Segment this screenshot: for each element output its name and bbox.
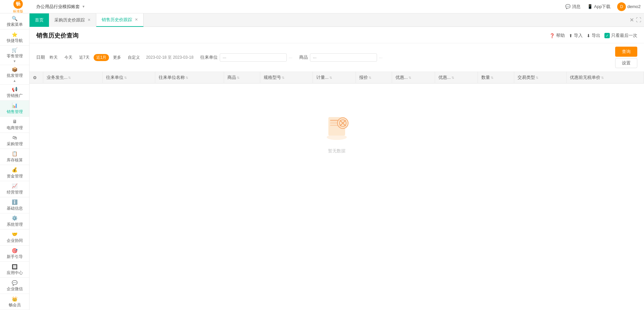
column-partner-name[interactable]: 往来单位名称⇅ [155, 72, 224, 84]
tab-home[interactable]: 首页 [30, 13, 49, 27]
close-sales-tab-icon[interactable]: ✕ [135, 17, 138, 22]
maximize-button[interactable]: ⛶ [636, 17, 641, 23]
column-unit[interactable]: 计量...⇅ [313, 72, 356, 84]
empty-state: 暂无数据 [30, 84, 644, 181]
date-option-custom[interactable]: 自定义 [125, 54, 143, 61]
date-option-today[interactable]: 今天 [62, 54, 75, 61]
column-gear[interactable]: ⚙ [30, 72, 43, 84]
date-option-yesterday[interactable]: 昨天 [47, 54, 60, 61]
import-icon: ⬆ [569, 33, 573, 38]
sidebar-item-finance[interactable]: 💰 资金管理 [0, 165, 29, 181]
avatar: D [617, 2, 626, 11]
sidebar-item-label: 企业微信 [7, 287, 23, 292]
sort-icon: ⇅ [451, 76, 454, 80]
close-tab-button[interactable]: ✕ [630, 17, 634, 23]
column-discount1[interactable]: 优惠...⇅ [392, 72, 435, 84]
goods-filter-group: 商品 ··· [299, 53, 383, 62]
sidebar-item-inventory[interactable]: 📋 库存核算 [0, 149, 29, 165]
date-option-more[interactable]: 更多 [110, 54, 124, 61]
message-button[interactable]: 💬 消息 [565, 4, 581, 10]
column-discount2[interactable]: 优惠...⇅ [435, 72, 478, 84]
sidebar-item-label: 电商管理 [7, 125, 23, 131]
sales-icon: 📊 [12, 102, 17, 108]
goods-input[interactable] [310, 53, 377, 62]
filter-bar: 日期 昨天 今天 近7天 近1月 更多 自定义 2023-02-18 至 202… [30, 43, 644, 72]
tab-purchase-history[interactable]: 采购历史价跟踪 ✕ [49, 13, 96, 27]
search-icon: 🔍 [12, 15, 17, 21]
partner-picker-icon[interactable]: ··· [289, 55, 292, 60]
only-last-checkbox[interactable]: ✓ 只看最后一次 [604, 33, 637, 39]
system-icon: ⚙️ [12, 215, 17, 221]
export-button[interactable]: ⬇ 导出 [587, 33, 600, 39]
column-trade-type[interactable]: 交易类型⇅ [514, 72, 567, 84]
app-name: 办公用品行业模拟账套 [36, 4, 80, 10]
goods-picker-icon[interactable]: ··· [379, 55, 383, 60]
operations-icon: 📈 [12, 183, 17, 189]
purchase-icon: 🛍 [12, 135, 17, 141]
sidebar-item-search[interactable]: 🔍 搜索菜单 [0, 13, 29, 30]
sidebar-item-operations[interactable]: 📈 经营管理 [0, 181, 29, 197]
sidebar-item-shortcuts[interactable]: ⭐ 快捷导航 [0, 30, 29, 46]
inventory-icon: 📋 [12, 151, 17, 157]
date-filter-group: 日期 昨天 今天 近7天 近1月 更多 自定义 2023-02-18 至 202… [36, 54, 194, 61]
import-button[interactable]: ⬆ 导入 [569, 33, 583, 39]
user-menu[interactable]: D demo2 [617, 2, 641, 11]
sidebar-item-ecommerce[interactable]: 🖥 电商管理 [0, 117, 29, 133]
sidebar-item-retail[interactable]: 🛒 零售管理 ▼ [0, 46, 29, 65]
sort-icon: ⇅ [185, 76, 188, 80]
chevron-down-icon: ▼ [13, 59, 16, 63]
download-icon: 📱 [587, 4, 593, 9]
sidebar-item-purchase[interactable]: 🛍 采购管理 [0, 133, 29, 149]
date-option-7days[interactable]: 近7天 [76, 54, 92, 61]
logo-icon: 畅 [13, 0, 23, 9]
retail-icon: 🛒 [12, 47, 17, 53]
search-button[interactable]: 查询 [615, 47, 637, 57]
content-area: 首页 采购历史价跟踪 ✕ 销售历史价跟踪 ✕ ✕ ⛶ 销售历史价查询 [30, 13, 644, 310]
column-price-notax[interactable]: 优惠前无税单价⇅ [567, 72, 644, 84]
tab-controls: ✕ ⛶ [627, 17, 644, 23]
tab-sales-history[interactable]: 销售历史价跟踪 ✕ [96, 13, 144, 27]
sidebar-item-system[interactable]: ⚙️ 系统管理 [0, 213, 29, 229]
sort-icon: ⇅ [409, 76, 411, 80]
column-quantity[interactable]: 数量⇅ [478, 72, 514, 84]
purchase-history-label: 采购历史价跟踪 [54, 17, 85, 23]
sidebar-item-member[interactable]: 👑 畅会员 [0, 294, 29, 310]
page-header: 销售历史价查询 ❓ 帮助 ⬆ 导入 ⬇ 导出 ✓ [30, 27, 644, 43]
sort-icon: ⇅ [329, 76, 332, 80]
sidebar-item-guide[interactable]: 🎯 新手引导 [0, 246, 29, 262]
export-icon: ⬇ [587, 33, 590, 38]
sidebar-item-marketing[interactable]: 📢 营销推广 [0, 85, 29, 101]
sidebar-item-label: 资金管理 [7, 174, 23, 179]
column-partner-code[interactable]: 往来单位⇅ [102, 72, 155, 84]
column-goods[interactable]: 商品⇅ [224, 72, 260, 84]
column-spec[interactable]: 规格型号⇅ [260, 72, 313, 84]
sidebar-item-wholesale[interactable]: 📦 批发管理 ▲ [0, 65, 29, 85]
column-business-date[interactable]: 业务发生...⇅ [43, 72, 102, 84]
sidebar-item-sales[interactable]: 📊 销售管理 [0, 101, 29, 117]
enterprise-icon: 🤝 [12, 231, 17, 237]
settings-button[interactable]: 设置 [615, 58, 637, 68]
sidebar-item-label: 系统管理 [7, 222, 23, 227]
sidebar-item-apps[interactable]: 🔲 应用中心 [0, 262, 29, 278]
sidebar-item-label: 采购管理 [7, 142, 23, 147]
close-purchase-tab-icon[interactable]: ✕ [88, 18, 91, 22]
sidebar-item-label: 搜索菜单 [7, 22, 23, 28]
sort-icon: ⇅ [68, 76, 71, 80]
column-quote-price[interactable]: 报价⇅ [356, 72, 392, 84]
date-range-text: 2023-02-18 至 2023-03-18 [146, 55, 193, 60]
sidebar-item-wechat[interactable]: 💬 企业微信 [0, 278, 29, 294]
app-selector[interactable]: 办公用品行业模拟账套 ▼ [36, 4, 565, 10]
sort-icon: ⇅ [282, 76, 284, 80]
help-button[interactable]: ❓ 帮助 [549, 33, 565, 39]
sidebar-item-enterprise[interactable]: 🤝 企业协同 [0, 229, 29, 246]
empty-text: 暂无数据 [328, 148, 345, 154]
basics-icon: ℹ️ [12, 199, 17, 205]
main-layout: 🔍 搜索菜单 ⭐ 快捷导航 🛒 零售管理 ▼ 📦 批发管理 ▲ 📢 营销推广 📊… [0, 13, 644, 310]
checkbox-checked-icon: ✓ [604, 33, 610, 38]
app-download-button[interactable]: 📱 App下载 [587, 4, 610, 10]
sidebar-item-basics[interactable]: ℹ️ 基础信息 [0, 197, 29, 213]
date-option-1month[interactable]: 近1月 [94, 54, 109, 61]
table-container: ⚙ 业务发生...⇅ 往来单位⇅ 往来单位名称⇅ [30, 72, 644, 310]
guide-icon: 🎯 [12, 248, 17, 254]
partner-input[interactable] [220, 53, 287, 62]
